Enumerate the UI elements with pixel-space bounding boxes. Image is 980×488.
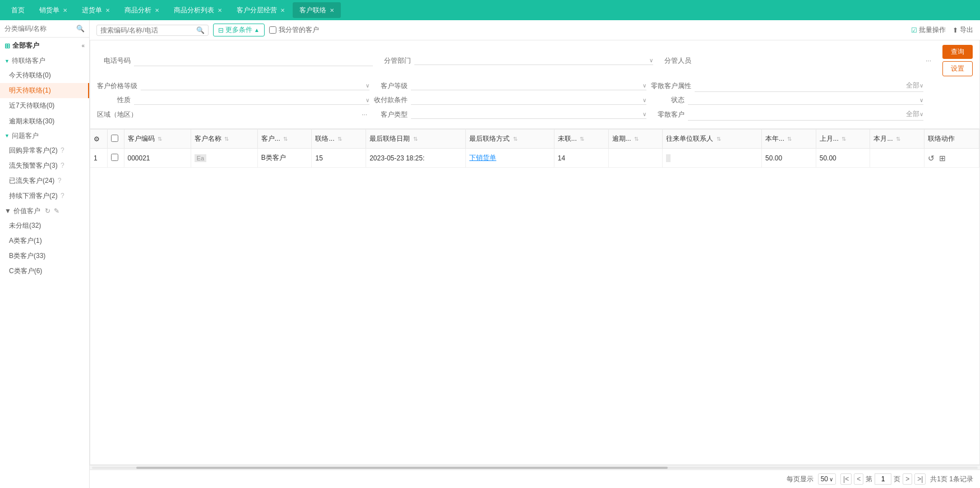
sort-icon-last-method[interactable]: ⇅ [513,136,517,142]
sidebar-all-customers[interactable]: ⊞ 全部客户 « [0,38,89,54]
sort-icon-code[interactable]: ⇅ [158,136,162,142]
close-sales-order-icon[interactable]: ✕ [63,7,67,13]
retail-customer-select[interactable]: 全部 ∨ [688,108,923,121]
group-pending-contact[interactable]: ▼ 待联络客户 [0,54,89,68]
filter-right-actions: ☑ 批量操作 ⬆ 导出 [911,25,973,35]
close-product-analysis-list-icon[interactable]: ✕ [218,7,222,13]
select-all-checkbox[interactable] [111,135,118,142]
sort-icon-uncontacted[interactable]: ⇅ [580,136,584,142]
nature-label: 性质 [97,95,131,105]
prev-page-btn[interactable]: < [854,473,863,485]
retail-attr-label: 零散客户属性 [651,81,691,91]
close-customer-tier-icon[interactable]: ✕ [280,7,285,13]
collapse-icon[interactable]: « [81,43,85,49]
page-number-input[interactable] [875,473,891,485]
sort-icon-company-contact[interactable]: ⇅ [716,136,721,142]
scrollbar-thumb[interactable] [136,467,668,469]
cell-last-method[interactable]: 下销货单 [466,149,554,168]
horizontal-scrollbar[interactable] [90,465,980,469]
sidebar-item-today[interactable]: 今天待联络(0) [0,68,89,83]
status-chevron-icon: ∨ [919,97,923,103]
retail-customer-chevron-icon: ∨ [919,111,923,117]
cell-checkbox[interactable] [107,149,124,168]
page-size-select[interactable]: 50 ∨ [818,473,836,485]
close-product-analysis-icon[interactable]: ✕ [155,7,159,13]
main-search-box[interactable]: 🔍 [96,25,209,36]
main-layout: 🔍 ⊞ 全部客户 « ▼ 待联络客户 今天待联络(0) 明天待联络(1) 近7天… [0,20,980,488]
nav-customer-tier[interactable]: 客户分层经营 ✕ [230,2,292,18]
customer-type-select[interactable]: ∨ [411,110,646,119]
col-settings[interactable]: ⚙ [90,130,107,149]
sidebar-item-abnormal-repurchase[interactable]: 回购异常客户(2) ? [0,143,89,158]
main-search-input[interactable] [100,26,194,34]
nav-customer-contact[interactable]: 客户联络 ✕ [293,2,341,18]
sort-icon-this-month[interactable]: ⇅ [896,136,900,142]
sort-icon-type[interactable]: ⇅ [283,136,288,142]
search-icon[interactable]: 🔍 [196,26,205,34]
last-page-btn[interactable]: >| [914,473,926,485]
sidebar-item-overdue[interactable]: 逾期未联络(30) [0,114,89,129]
nav-product-analysis-list[interactable]: 商品分析列表 ✕ [167,2,229,18]
contact-action-icon[interactable]: ↺ [928,154,935,163]
sidebar-search-box[interactable]: 🔍 [0,20,89,38]
last-method-link[interactable]: 下销货单 [469,154,496,162]
row-checkbox[interactable] [111,154,118,161]
my-customers-checkbox[interactable]: 我分管的客户 [269,25,319,35]
sidebar-search-input[interactable] [4,25,74,33]
group-problem-customers[interactable]: ▼ 问题客户 [0,129,89,143]
sort-icon-last-month[interactable]: ⇅ [842,136,846,142]
group-value-customers[interactable]: ▼ 价值客户 ↻ ✎ [0,204,89,218]
sidebar-item-tomorrow[interactable]: 明天待联络(1) [0,83,89,98]
refresh-icon[interactable]: ↻ [45,207,50,215]
sidebar-item-declining[interactable]: 持续下滑客户(2) ? [0,188,89,204]
close-customer-contact-icon[interactable]: ✕ [330,7,334,13]
nav-purchase-order[interactable]: 进货单 ✕ [75,2,117,18]
nav-home[interactable]: 首页 [4,2,31,18]
export-btn[interactable]: ⬆ 导出 [953,25,973,35]
manager-dots[interactable]: ··· [695,57,933,65]
settings-gear-icon[interactable]: ⚙ [94,135,100,143]
more-action-icon[interactable]: ⊞ [939,154,946,163]
nav-product-analysis[interactable]: 商品分析 ✕ [118,2,166,18]
nature-select[interactable]: ∨ [134,96,369,105]
filter-actions: 查询 设置 [942,45,973,76]
customer-level-chevron-icon: ∨ [642,82,646,89]
first-page-btn[interactable]: |< [840,473,852,485]
retail-attr-select[interactable]: 全部 ∨ [695,80,923,92]
sidebar-item-class-b[interactable]: B类客户(33) [0,248,89,264]
col-checkbox[interactable] [107,130,124,149]
next-page-btn[interactable]: > [903,473,912,485]
export-icon: ⬆ [953,26,958,34]
dept-select[interactable]: ∨ [414,56,653,65]
sort-icon-last-date[interactable]: ⇅ [413,136,418,142]
sort-icon-this-year[interactable]: ⇅ [787,136,792,142]
close-purchase-order-icon[interactable]: ✕ [105,7,110,13]
edit-icon[interactable]: ✎ [54,207,59,215]
sidebar-search-icon[interactable]: 🔍 [76,25,85,33]
sidebar-item-class-a[interactable]: A类客户(1) [0,233,89,248]
sidebar-item-7days[interactable]: 近7天待联络(0) [0,98,89,113]
batch-op-btn[interactable]: ☑ 批量操作 [911,25,946,35]
sort-icon-contact-count[interactable]: ⇅ [338,136,342,142]
sidebar-item-ungrouped[interactable]: 未分组(32) [0,218,89,233]
sort-icon-overdue[interactable]: ⇅ [634,136,639,142]
payment-select[interactable]: ∨ [411,96,646,105]
customer-type-label: 客户类型 [374,110,408,119]
region-dots[interactable]: ··· [141,111,369,118]
settings-button[interactable]: 设置 [942,61,973,76]
phone-input[interactable] [134,56,373,66]
customer-level-select[interactable]: ∨ [411,81,646,90]
nav-sales-order[interactable]: 销货单 ✕ [33,2,74,18]
price-level-select[interactable]: ∨ [141,81,369,90]
status-select[interactable]: ∨ [688,96,923,105]
query-button[interactable]: 查询 [942,45,973,59]
col-header-type: 客户... ⇅ [257,130,312,149]
sidebar-item-churned[interactable]: 已流失客户(24) ? [0,173,89,188]
sidebar-item-churn-warning[interactable]: 流失预警客户(3) ? [0,158,89,173]
field-dept: 分管部门 ∨ [377,56,653,66]
sort-icon-name[interactable]: ⇅ [224,136,229,142]
col-header-last-date: 最后联络日期 ⇅ [366,130,466,149]
more-conditions-btn[interactable]: ⊟ 更多条件 ▲ [213,24,265,36]
sidebar-item-class-c[interactable]: C类客户(6) [0,264,89,279]
my-customers-check[interactable] [269,26,276,34]
